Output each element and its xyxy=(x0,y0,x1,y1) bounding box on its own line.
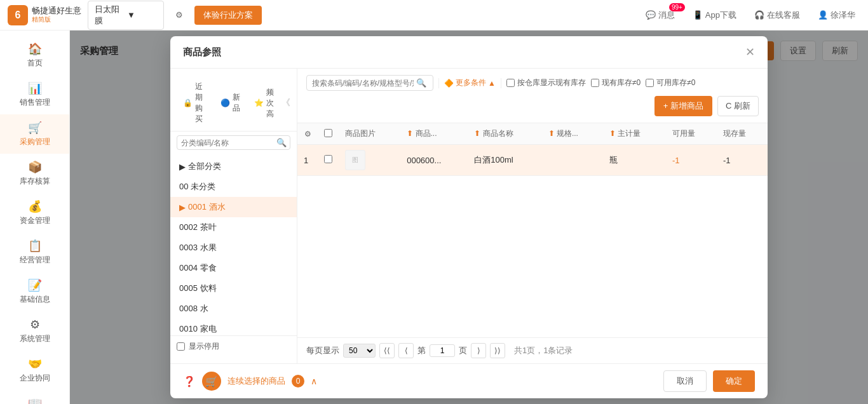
cart-button[interactable]: 🛒 xyxy=(202,372,221,391)
sidebar-item-inventory[interactable]: 📦 库存核算 xyxy=(0,154,69,193)
col-spec[interactable]: ⬆ 规格... xyxy=(542,123,603,145)
check-avail-nz[interactable] xyxy=(646,79,654,87)
cat-item-0005[interactable]: 0005 饮料 xyxy=(170,278,297,299)
product-table: ⚙ 商品图片 ⬆ 商品... ⬆ xyxy=(297,123,768,176)
sidebar-item-system[interactable]: ⚙ 系统管理 xyxy=(0,311,69,351)
product-search-input[interactable] xyxy=(312,79,414,88)
settings-button[interactable]: ⚙ xyxy=(170,8,188,22)
row-checkbox[interactable] xyxy=(324,155,332,163)
per-page-label: 每页显示 xyxy=(306,345,339,356)
tab-recent-purchase[interactable]: 🔒 近期购买 xyxy=(177,79,213,127)
sidebar-item-operations[interactable]: 📋 经营管理 xyxy=(0,232,69,272)
basic-icon: 📝 xyxy=(28,278,42,292)
category-list: ▶ 全部分类 00 未分类 ▶ 0001 酒水 0002 茶 xyxy=(170,154,297,335)
left-collapse-button[interactable]: 《 xyxy=(281,97,290,109)
cancel-button[interactable]: 取消 xyxy=(663,370,707,392)
user-button[interactable]: 👤 徐泽华 xyxy=(813,7,860,24)
product-table-body: 1 图 000600... 白酒100ml xyxy=(297,145,768,176)
cat-label-0008: 0008 水 xyxy=(179,303,208,314)
left-footer: 显示停用 xyxy=(170,335,297,357)
help-icon[interactable]: ❓ xyxy=(183,375,196,387)
sidebar-item-finance[interactable]: 💰 资金管理 xyxy=(0,193,69,232)
next-page-button[interactable]: ⟩ xyxy=(471,343,486,358)
add-product-button[interactable]: + 新增商品 xyxy=(654,96,712,116)
sidebar-item-basic[interactable]: 📝 基础信息 xyxy=(0,272,69,311)
store-selector[interactable]: 日太阳膜 ▼ xyxy=(88,1,164,30)
dialog-close-button[interactable]: ✕ xyxy=(745,45,755,59)
expand-icon: ▶ xyxy=(179,162,186,172)
page-content: 采购管理 查询 设置 刷新 商品参照 ✕ xyxy=(70,30,868,404)
trial-button[interactable]: 体验行业方案 xyxy=(194,6,262,25)
sidebar-item-guide[interactable]: 📖 新手引导 xyxy=(0,390,69,404)
show-disabled-checkbox[interactable] xyxy=(177,342,185,351)
check-stock-nz-text: 现有库存≠0 xyxy=(602,77,641,88)
col-settings[interactable]: ⚙ xyxy=(297,123,318,145)
tab-new-product[interactable]: 🔵 新品 xyxy=(214,90,247,116)
service-button[interactable]: 🎧 在线客服 xyxy=(749,7,805,24)
check-warehouse-label[interactable]: 按仓库显示现有库存 xyxy=(506,77,586,88)
tab-frequent[interactable]: ⭐ 频次高 xyxy=(248,84,280,122)
sidebar-item-home[interactable]: 🏠 首页 xyxy=(0,36,69,75)
first-page-button[interactable]: ⟨⟨ xyxy=(379,343,395,358)
col-available: 可用量 xyxy=(666,123,717,145)
category-search-icon[interactable]: 🔍 xyxy=(276,138,287,147)
cat-item-0008[interactable]: 0008 水 xyxy=(170,299,297,319)
cat-item-0004[interactable]: 0004 零食 xyxy=(170,258,297,278)
search-icon[interactable]: 🔍 xyxy=(416,78,426,88)
check-warehouse[interactable] xyxy=(506,79,515,87)
page-number-input[interactable] xyxy=(430,344,455,357)
selected-count-badge: 0 xyxy=(292,375,304,387)
cat-item-00[interactable]: 00 未分类 xyxy=(170,177,297,197)
cat-label-0001: 0001 酒水 xyxy=(188,201,226,213)
cat-item-0010[interactable]: 0010 家电 xyxy=(170,319,297,335)
check-avail-nz-label[interactable]: 可用库存≠0 xyxy=(646,77,695,88)
col-unit[interactable]: ⬆ 主计量 xyxy=(603,123,666,145)
sidebar-label-basic: 基础信息 xyxy=(20,294,50,305)
check-stock-nz-label[interactable]: 现有库存≠0 xyxy=(591,77,641,88)
per-page-select[interactable]: 50 10 20 100 xyxy=(343,344,376,358)
filter-separator xyxy=(438,78,439,88)
filter-button[interactable]: 🔶 更多条件 ▲ xyxy=(444,77,496,88)
refresh-table-button[interactable]: C 刷新 xyxy=(717,96,759,116)
cat-label-0002: 0002 茶叶 xyxy=(179,222,217,233)
row-stock: -1 xyxy=(717,145,768,176)
confirm-button[interactable]: 确定 xyxy=(713,370,755,392)
sidebar-item-collab[interactable]: 🤝 企业协同 xyxy=(0,351,69,390)
category-search: 🔍 xyxy=(177,135,290,150)
table-header-row: ⚙ 商品图片 ⬆ 商品... ⬆ xyxy=(297,123,768,145)
product-reference-dialog: 商品参照 ✕ 🔒 近期购买 🔵 xyxy=(170,36,768,398)
table-toolbar: 🔍 🔶 更多条件 ▲ 按仓库显示现有库存 xyxy=(297,69,768,123)
cat-item-0001[interactable]: ▶ 0001 酒水 xyxy=(170,197,297,217)
app-label: App下载 xyxy=(705,10,736,21)
app-download-button[interactable]: 📱 App下载 xyxy=(688,7,742,24)
home-icon: 🏠 xyxy=(28,42,42,56)
cat-label-0004: 0004 零食 xyxy=(179,262,217,274)
nav-right: 💬 消息 99+ 📱 App下载 🎧 在线客服 👤 徐泽华 xyxy=(641,7,860,24)
finance-icon: 💰 xyxy=(28,199,42,213)
col-name[interactable]: ⬆ 商品名称 xyxy=(468,123,541,145)
check-stock-nz[interactable] xyxy=(591,79,599,87)
row-code: 000600... xyxy=(400,145,468,176)
dialog-footer: ❓ 🛒 连续选择的商品 0 ∧ 取消 确定 xyxy=(170,363,768,398)
dialog-title: 商品参照 xyxy=(183,46,221,58)
prev-page-button[interactable]: ⟨ xyxy=(398,343,414,358)
filter-label: 更多条件 xyxy=(456,77,486,88)
sidebar-item-purchase[interactable]: 🛒 采购管理 xyxy=(0,114,69,154)
table-row[interactable]: 1 图 000600... 白酒100ml xyxy=(297,145,768,176)
message-button[interactable]: 💬 消息 99+ xyxy=(641,7,680,24)
cat-item-0003[interactable]: 0003 水果 xyxy=(170,238,297,258)
row-seq: 1 xyxy=(297,145,318,176)
last-page-button[interactable]: ⟩⟩ xyxy=(490,343,505,358)
cat-item-all[interactable]: ▶ 全部分类 xyxy=(170,156,297,177)
footer-collapse-button[interactable]: ∧ xyxy=(311,376,317,386)
check-warehouse-text: 按仓库显示现有库存 xyxy=(517,77,586,88)
dialog-header: 商品参照 ✕ xyxy=(170,36,768,69)
cat-item-0002[interactable]: 0002 茶叶 xyxy=(170,217,297,238)
select-all-checkbox[interactable] xyxy=(324,129,332,137)
sidebar-item-sales[interactable]: 📊 销售管理 xyxy=(0,75,69,114)
product-search-box: 🔍 xyxy=(306,75,433,91)
category-search-input[interactable] xyxy=(181,138,276,147)
filter-arrow-icon: ▲ xyxy=(488,79,496,88)
col-code[interactable]: ⬆ 商品... xyxy=(400,123,468,145)
operations-icon: 📋 xyxy=(28,239,42,253)
